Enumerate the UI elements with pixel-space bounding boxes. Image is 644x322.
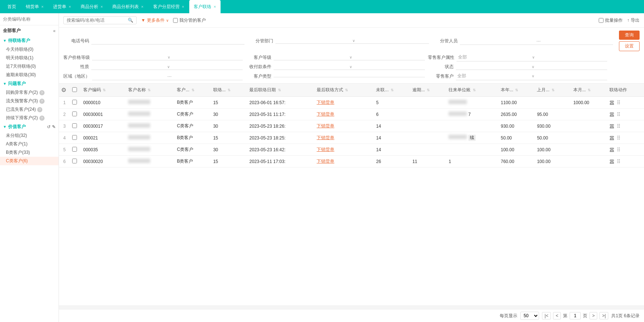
close-icon[interactable]: × bbox=[214, 4, 216, 9]
search-icon[interactable]: 🔍 bbox=[128, 18, 133, 23]
filter-nature-select[interactable]: ∨ bbox=[91, 64, 243, 70]
col-this-year[interactable]: 本年... ⇅ bbox=[499, 84, 535, 97]
next-page-button[interactable]: > bbox=[590, 312, 597, 319]
contact-action-icon[interactable]: 🕿 bbox=[609, 123, 615, 129]
sidebar-item-today[interactable]: 今天待联络(0) bbox=[0, 45, 59, 54]
sidebar-item-class-a[interactable]: A类客户(1) bbox=[0, 140, 59, 148]
close-icon[interactable]: × bbox=[141, 4, 143, 9]
contact-action-icon[interactable]: 🕿 bbox=[609, 147, 615, 153]
nav-product-analysis[interactable]: 商品分析 × bbox=[76, 0, 107, 13]
last-page-button[interactable]: >| bbox=[599, 312, 608, 319]
close-icon[interactable]: × bbox=[101, 4, 103, 9]
export-button[interactable]: ↑ 导出 bbox=[627, 17, 640, 24]
col-account[interactable]: 往来单位账 ⇅ bbox=[446, 84, 499, 97]
my-customers-check[interactable] bbox=[173, 18, 178, 23]
filter-person-select[interactable]: ··· bbox=[460, 37, 613, 45]
filter-phone-input[interactable] bbox=[91, 38, 244, 45]
sidebar-item-declining[interactable]: 持续下滑客户(2) ? bbox=[0, 114, 59, 122]
sidebar-search-input[interactable] bbox=[3, 17, 58, 22]
row-checkbox[interactable] bbox=[72, 123, 77, 128]
filter-value-level-select[interactable]: ∨ bbox=[92, 54, 243, 60]
filter-toggle[interactable]: ▼ 更多条件 ∨ bbox=[141, 17, 169, 24]
filter-dept-select[interactable]: ∨ bbox=[275, 38, 429, 44]
sidebar-collapse-icon[interactable]: « bbox=[53, 28, 56, 33]
col-last-contact-date[interactable]: 最后联络日期 ⇅ bbox=[247, 84, 314, 97]
sidebar-item-overdue[interactable]: 逾期未联络(30) bbox=[0, 71, 59, 79]
sidebar-item-repurchase-anomaly[interactable]: 回购异常客户(2) ? bbox=[0, 88, 59, 97]
close-icon[interactable]: × bbox=[182, 4, 184, 9]
settings-gear-icon[interactable]: ⚙ bbox=[61, 87, 66, 93]
batch-op-check[interactable] bbox=[599, 18, 603, 23]
filter-region-select[interactable]: ··· bbox=[92, 72, 243, 80]
more-icon[interactable]: ··· bbox=[536, 38, 612, 44]
row-checkbox[interactable] bbox=[72, 112, 77, 116]
contact-method-link[interactable]: 下销货单 bbox=[317, 112, 334, 117]
nav-home[interactable]: 首页 bbox=[3, 0, 21, 13]
filter-customer-type-select[interactable] bbox=[274, 75, 425, 77]
filter-status-select[interactable]: ∨ bbox=[456, 64, 607, 70]
first-page-button[interactable]: |< bbox=[542, 312, 551, 319]
sidebar-group-value[interactable]: ▼ 价值客户 ↺ ✎ bbox=[0, 122, 59, 131]
query-button[interactable]: 查询 bbox=[619, 31, 640, 40]
sidebar-item-class-c[interactable]: C类客户(6) bbox=[0, 157, 59, 165]
sidebar-item-7days[interactable]: 近7天待联络(0) bbox=[0, 62, 59, 71]
sidebar-all-customers[interactable]: 全部客户 « bbox=[0, 25, 59, 36]
settings-button[interactable]: 设置 bbox=[619, 41, 640, 51]
col-last-contact-method[interactable]: 最后联络方式 ⇅ bbox=[314, 84, 374, 97]
filter-retail-customer-select[interactable]: 全部 ∨ bbox=[456, 72, 607, 80]
contact-method-link[interactable]: 下销货单 bbox=[317, 100, 334, 105]
nav-purchase-order[interactable]: 进货单 × bbox=[49, 0, 75, 13]
footer-per-page-select[interactable]: 50 100 200 bbox=[520, 312, 539, 320]
nav-sales-order[interactable]: 销货单 × bbox=[21, 0, 48, 13]
col-customer-name[interactable]: 客户名称 ⇅ bbox=[126, 84, 175, 97]
contact-method-link[interactable]: 下销货单 bbox=[317, 147, 334, 152]
prev-page-button[interactable]: < bbox=[553, 312, 561, 319]
search-input[interactable] bbox=[67, 18, 126, 23]
col-customer-code[interactable]: 客户编码 ⇅ bbox=[81, 84, 126, 97]
more-action-icon[interactable]: ⠿ bbox=[617, 159, 620, 164]
refresh-icon[interactable]: ↺ bbox=[47, 124, 50, 130]
col-this-month[interactable]: 本月... ⇅ bbox=[571, 84, 607, 97]
nav-customer-segment[interactable]: 客户分层经营 × bbox=[149, 0, 189, 13]
contact-method-link[interactable]: 下销货单 bbox=[317, 123, 334, 128]
batch-operation-toggle[interactable]: 批量操作 bbox=[599, 17, 623, 24]
col-gear[interactable]: ⚙ bbox=[59, 84, 70, 97]
filter-retail-attr-select[interactable]: 全部 ∨ bbox=[457, 53, 607, 61]
row-checkbox[interactable] bbox=[72, 147, 77, 152]
contact-action-icon[interactable]: 🕿 bbox=[609, 159, 615, 164]
more-action-icon[interactable]: ⠿ bbox=[617, 112, 620, 117]
sidebar-item-churn-warning[interactable]: 流失预警客户(3) ? bbox=[0, 97, 59, 105]
col-customer-type[interactable]: 客户... ⇅ bbox=[175, 84, 211, 97]
filter-payment-select[interactable]: ∨ bbox=[274, 64, 425, 70]
nav-product-analysis-list[interactable]: 商品分析列表 × bbox=[108, 0, 148, 13]
contact-method-link[interactable]: 下销货单 bbox=[317, 135, 334, 140]
col-last-month[interactable]: 上月... ⇅ bbox=[535, 84, 571, 97]
sidebar-group-problem[interactable]: ▼ 问题客户 bbox=[0, 79, 59, 88]
close-icon[interactable]: × bbox=[68, 4, 71, 9]
more-action-icon[interactable]: ⠿ bbox=[617, 147, 620, 153]
close-icon[interactable]: × bbox=[41, 4, 43, 9]
page-number-input[interactable] bbox=[570, 312, 581, 319]
more-action-icon[interactable]: ⠿ bbox=[617, 123, 620, 129]
edit-icon[interactable]: ✎ bbox=[52, 124, 56, 130]
sidebar-item-tomorrow[interactable]: 明天待联络(1) bbox=[0, 54, 59, 62]
col-uncontact[interactable]: 未联... ⇅ bbox=[374, 84, 410, 97]
more-icon[interactable]: ··· bbox=[168, 73, 242, 79]
contact-action-icon[interactable]: 🕿 bbox=[609, 112, 615, 117]
sidebar-item-class-b[interactable]: B类客户(33) bbox=[0, 148, 59, 157]
col-contact-days[interactable]: 联络... ⇅ bbox=[211, 84, 247, 97]
contact-action-icon[interactable]: 🕿 bbox=[609, 135, 615, 141]
contact-action-icon[interactable]: 🕿 bbox=[609, 100, 615, 106]
row-checkbox[interactable] bbox=[72, 100, 77, 105]
horizontal-scrollbar[interactable] bbox=[59, 305, 644, 309]
row-checkbox[interactable] bbox=[72, 159, 77, 163]
sidebar-item-unclassified[interactable]: 未分组(32) bbox=[0, 131, 59, 140]
contact-method-link[interactable]: 下销货单 bbox=[317, 159, 334, 164]
nav-customer-contact[interactable]: 客户联络 × bbox=[189, 0, 220, 13]
sidebar-item-lost[interactable]: 已流失客户(24) ? bbox=[0, 105, 59, 114]
filter-customer-level-select[interactable]: ∨ bbox=[274, 54, 425, 60]
more-action-icon[interactable]: ⠿ bbox=[617, 100, 620, 106]
col-overdue[interactable]: 逾期... ⇅ bbox=[410, 84, 446, 97]
my-customers-checkbox[interactable]: 我分管的客户 bbox=[173, 17, 206, 24]
sidebar-group-pending[interactable]: ▼ 待联络客户 bbox=[0, 36, 59, 45]
